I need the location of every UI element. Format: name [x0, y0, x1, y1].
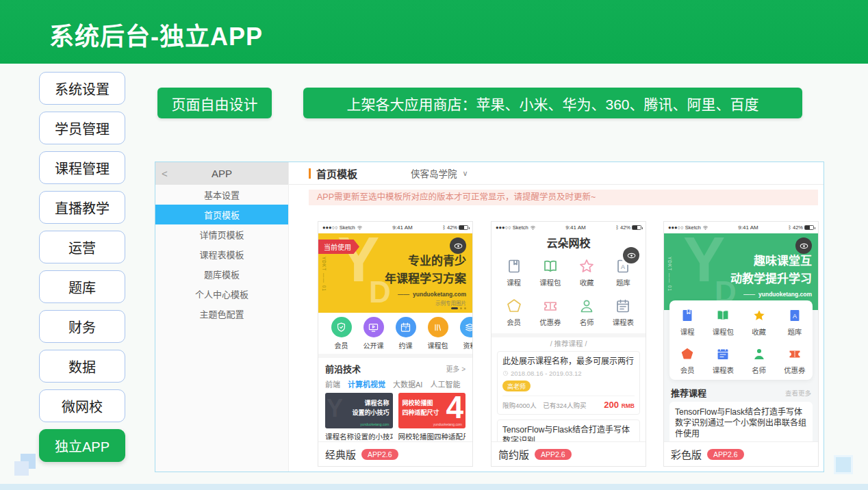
admin-menu-theme-config[interactable]: 主题色配置 — [155, 304, 288, 324]
grid-schedule[interactable]: 课程表 — [605, 292, 641, 332]
version-badge: APP2.6 — [361, 449, 398, 460]
decor-square — [834, 455, 853, 474]
sidebar-item-student-mgmt[interactable]: 学员管理 — [39, 112, 125, 144]
shield-icon — [335, 322, 347, 333]
version-badge: APP2.6 — [535, 449, 572, 460]
admin-menu-detail-template[interactable]: 详情页模板 — [155, 224, 288, 244]
admin-main: 首页模板 侠客岛学院 ∨ APP需更新至选中模板所对应的版本才可正常显示，请提醒… — [289, 162, 824, 472]
sidebar-item-micro-school[interactable]: 微网校 — [39, 389, 125, 422]
more-link[interactable]: 更多 > — [446, 363, 465, 374]
admin-menu-home-template[interactable]: 首页模板 — [155, 205, 288, 224]
admin-menu-schedule-template[interactable]: 课程表模板 — [155, 244, 288, 264]
back-chevron-icon[interactable]: < — [162, 162, 168, 185]
grid-favorites[interactable]: 收藏 — [569, 253, 605, 292]
accent-bar — [309, 168, 311, 179]
version-badge: APP2.6 — [707, 449, 744, 460]
app-icon-card: 课程 课程包 收藏 A题库 会员 课程表 名师 优惠券 — [669, 300, 813, 380]
sidebar-item-operations[interactable]: 运营 — [39, 231, 125, 263]
banner-headline: 趣味课堂互动教学提升学习 — [730, 253, 812, 287]
recommend-card-1[interactable]: 此处展示课程名称，最多可展示两行 2018.08.16 - 2019.03.12… — [497, 351, 640, 415]
admin-nav-title: APP — [212, 168, 232, 179]
grid-course[interactable]: 课程 — [669, 302, 705, 340]
hero-banner-green[interactable]: YDKT —— 01 Y D 趣味课堂互动教学提升学习 ——yunduoketa… — [664, 233, 818, 310]
preview-eye-button[interactable] — [450, 237, 466, 254]
recommend-header-row: 推荐课程 查看更多 — [664, 380, 818, 402]
tab-ai[interactable]: 人工智能 — [430, 378, 460, 389]
admin-content-header: 首页模板 侠客岛学院 ∨ — [289, 162, 824, 185]
quick-nav-materials[interactable]: 资料 — [454, 317, 473, 354]
battery-icon — [459, 225, 468, 230]
phone-footer: 彩色版 APP2.6 — [664, 441, 818, 466]
person-icon — [751, 346, 767, 362]
quick-nav-member[interactable]: 会员 — [325, 317, 357, 354]
battery-icon — [632, 225, 641, 230]
grid-member[interactable]: 会员 — [669, 340, 705, 378]
bottom-strip — [0, 484, 868, 490]
carousel-dots — [451, 307, 466, 309]
status-bar: ●●●○○ Sketch 9:41 AM ᛒ 42% — [318, 222, 472, 233]
grid-coupon[interactable]: 优惠券 — [777, 340, 813, 378]
admin-sidebar-header: < APP — [155, 162, 288, 185]
tab-bigdata-ai[interactable]: 大数据AI — [393, 378, 422, 389]
course-title-1[interactable]: 课程名称设置的小技巧... — [325, 431, 393, 441]
quick-nav-course-pack[interactable]: 课程包 — [422, 317, 454, 354]
app-stores-button[interactable]: 上架各大应用商店：苹果、小米、华为、360、腾讯、阿里、百度 — [303, 88, 802, 118]
sidebar-item-data[interactable]: 数据 — [39, 350, 125, 383]
preview-eye-button[interactable] — [795, 237, 812, 254]
grid-schedule[interactable]: 课程表 — [705, 340, 741, 378]
free-page-design-button[interactable]: 页面自由设计 — [157, 88, 272, 118]
grid-course-pack[interactable]: 课程包 — [532, 253, 568, 292]
sidebar-item-live-teaching[interactable]: 直播教学 — [39, 191, 125, 224]
wifi-icon — [702, 224, 709, 231]
open-book-icon — [542, 258, 559, 274]
grid-coupon[interactable]: 优惠券 — [532, 292, 568, 332]
section-header: 前沿技术 更多 > — [318, 358, 472, 376]
bluetooth-icon: ᛒ — [615, 224, 619, 231]
app-title-bar: 云朵网校 — [492, 233, 646, 251]
course-card-dark[interactable]: Y 课程名称设置的小技巧 yunduoketang.com — [325, 393, 393, 428]
books-icon — [432, 322, 444, 333]
grid-favorites[interactable]: 收藏 — [741, 302, 777, 340]
edition-label: 简约版 — [498, 447, 529, 461]
tab-frontend[interactable]: 前端 — [325, 378, 340, 389]
bluetooth-icon: ᛒ — [788, 224, 791, 231]
phone-preview-colorful: ●●●○○ Sketch 9:41 AM ᛒ 42% YDKT —— 01 Y … — [663, 221, 819, 467]
grid-member[interactable]: 会员 — [496, 292, 532, 332]
sidebar-item-question-bank[interactable]: 题库 — [39, 270, 125, 303]
grid-question-bank[interactable]: A题库 — [777, 302, 813, 340]
tab-computer-vision[interactable]: 计算机视觉 — [348, 378, 385, 389]
grid-course[interactable]: 课程 — [496, 253, 532, 292]
admin-menu-basic-settings[interactable]: 基本设置 — [155, 185, 288, 205]
quick-nav-book-lesson[interactable]: 7 约课 — [390, 317, 422, 354]
admin-menu-qbank-template[interactable]: 题库模板 — [155, 264, 288, 284]
school-select[interactable]: 侠客岛学院 — [411, 166, 457, 180]
grid-teachers[interactable]: 名师 — [741, 340, 777, 378]
sidebar-item-finance[interactable]: 财务 — [39, 310, 125, 343]
course-title-2[interactable]: 网校轮播图四种适配尺... — [398, 431, 466, 441]
admin-sidebar: < APP 基本设置 首页模板 详情页模板 课程表模板 题库模板 个人中心模板 … — [155, 162, 289, 472]
hero-banner-yellow[interactable]: 当前使用 YDKT —— 01 Y D 专业的青少年课程学习方案 ——yundu… — [318, 233, 472, 313]
grid-teachers[interactable]: 名师 — [569, 292, 605, 332]
admin-menu-profile-template[interactable]: 个人中心模板 — [155, 284, 288, 304]
see-more-link[interactable]: 查看更多 — [785, 388, 811, 398]
course-card-row: Y 课程名称设置的小技巧 yunduoketang.com 4 网校轮播图四种适… — [318, 393, 472, 428]
ticket-icon — [787, 346, 803, 362]
chevron-down-icon[interactable]: ∨ — [463, 169, 468, 178]
wifi-icon — [357, 224, 363, 231]
star-icon — [578, 258, 595, 274]
course-card-red[interactable]: 4 网校轮播图四种适配尺寸 yunduoketang.com — [398, 393, 466, 428]
wifi-icon — [530, 224, 536, 231]
book-icon — [679, 307, 695, 324]
grid-course-pack[interactable]: 课程包 — [705, 302, 741, 340]
preview-eye-button[interactable] — [623, 247, 639, 263]
phone-footer: 简约版 APP2.6 — [492, 441, 646, 466]
clock-icon — [502, 370, 509, 376]
battery-percent: 42% — [447, 224, 457, 231]
svg-text:A: A — [621, 263, 625, 270]
feature-nav: 系统设置 学员管理 课程管理 直播教学 运营 题库 财务 数据 微网校 独立AP… — [39, 72, 125, 469]
sidebar-item-system-settings[interactable]: 系统设置 — [39, 72, 125, 105]
sidebar-item-independent-app[interactable]: 独立APP — [39, 429, 125, 462]
quick-nav-open-course[interactable]: 公开课 — [357, 317, 390, 354]
sidebar-item-course-mgmt[interactable]: 课程管理 — [39, 151, 125, 184]
price: 200 RMB — [604, 400, 635, 410]
